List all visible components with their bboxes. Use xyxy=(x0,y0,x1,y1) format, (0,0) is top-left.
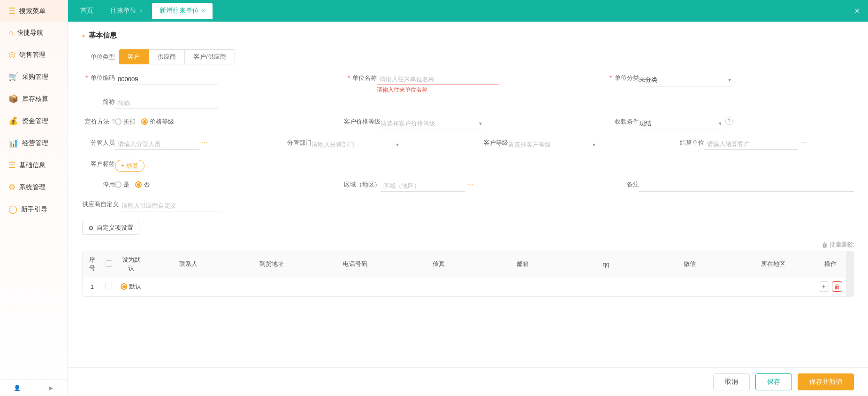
td-checkbox xyxy=(102,277,116,296)
unit-name-input[interactable] xyxy=(377,74,499,85)
row-add-btn[interactable]: + xyxy=(819,281,829,292)
tab-counterparty-close[interactable]: × xyxy=(139,8,143,14)
tab-home[interactable]: 首页 xyxy=(73,3,101,19)
row-address-input[interactable] xyxy=(234,281,310,292)
batch-delete-icon: 🗑 xyxy=(822,241,828,248)
sidebar-item-beginner[interactable]: ◯ 新手引导 xyxy=(0,198,68,220)
sidebar-item-operations[interactable]: 📊 经营管理 xyxy=(0,132,68,154)
sidebar-item-finance[interactable]: 💰 资金管理 xyxy=(0,110,68,132)
payment-terms-chevron: ▾ xyxy=(719,120,722,127)
sidebar-item-system[interactable]: ⚙ 系统管理 xyxy=(0,176,68,198)
pricing-radio-discount[interactable]: 折扣 xyxy=(115,117,136,126)
row-wechat-input[interactable] xyxy=(652,281,728,292)
sidebar-finance-label: 资金管理 xyxy=(22,117,48,125)
region-label: 区域（地区） xyxy=(344,180,381,189)
td-address[interactable] xyxy=(230,277,313,296)
unit-category-select[interactable]: 未分类 ▾ xyxy=(639,74,733,86)
contact-table-inner: 序号 设为默认 联系人 到货地址 电话号码 传真 邮箱 qq xyxy=(83,251,853,296)
manager-row: 分管人员 ··· 分管部门 请输入分管部门 ▾ 客户等级 请选择客户等级 ▾ xyxy=(82,139,854,151)
th-scroll xyxy=(846,251,853,277)
row-email-input[interactable] xyxy=(485,281,561,292)
custom-settings-button[interactable]: ⚙ 自定义项设置 xyxy=(82,221,139,235)
beginner-icon: ◯ xyxy=(8,204,17,214)
disabled-radio-no[interactable]: 否 xyxy=(135,180,150,189)
main: 首页 往来单位 × 新增往来单位 × × ▪ 基本信息 单位类型 客户 xyxy=(68,0,868,396)
department-select[interactable]: 请输入分管部门 ▾ xyxy=(312,139,401,151)
sidebar-item-purchase[interactable]: 🛒 采购管理 xyxy=(0,66,68,88)
region-dots-icon[interactable]: ··· xyxy=(467,180,473,189)
row-region-input[interactable] xyxy=(735,281,811,292)
unit-type-btn-supplier[interactable]: 供应商 xyxy=(149,49,185,64)
sidebar-item-quick-nav[interactable]: ⌂ 快捷导航 xyxy=(0,22,68,44)
save-button[interactable]: 保存 xyxy=(755,373,792,390)
tab-new-counterparty[interactable]: 新增往来单位 × xyxy=(152,3,213,19)
region-input[interactable] xyxy=(381,180,465,192)
row-qq-input[interactable] xyxy=(568,281,644,292)
row-phone-input[interactable] xyxy=(317,281,393,292)
unit-code-input[interactable] xyxy=(115,74,218,85)
sidebar-bottom: 👤 ▶ xyxy=(0,380,68,396)
row-fax-input[interactable] xyxy=(401,281,477,292)
home-icon: ⌂ xyxy=(8,28,13,38)
sidebar-bottom-btn-right[interactable]: ▶ xyxy=(34,380,68,396)
tab-bar-close-all[interactable]: × xyxy=(851,4,863,18)
sidebar-item-sales[interactable]: ◎ 销售管理 xyxy=(0,44,68,66)
customer-price-level-select[interactable]: 请选择客户价格等级 ▾ xyxy=(381,117,484,130)
settlement-unit-group: 结算单位 ··· xyxy=(671,139,854,150)
th-default: 设为默认 xyxy=(116,251,147,277)
unit-type-row: 单位类型 客户 供应商 客户/供应商 xyxy=(82,49,854,64)
payment-terms-select[interactable]: 现结 ▾ xyxy=(639,117,723,130)
sidebar-item-search[interactable]: ☰ 搜索菜单 xyxy=(0,0,68,22)
unit-type-btn-customer[interactable]: 客户 xyxy=(119,49,149,64)
manager-input[interactable] xyxy=(115,139,199,150)
td-scroll xyxy=(846,277,853,296)
unit-type-field: 单位类型 客户 供应商 客户/供应商 xyxy=(82,49,854,64)
customer-price-level-group: 客户价格等级 请选择客户价格等级 ▾ xyxy=(344,117,592,130)
remarks-input[interactable] xyxy=(639,180,854,192)
table-header-checkbox[interactable] xyxy=(106,260,112,267)
row-del-btn[interactable]: 🗑 xyxy=(832,281,842,292)
settlement-unit-input[interactable] xyxy=(704,139,798,150)
td-contact[interactable] xyxy=(146,277,230,296)
unit-type-group: 客户 供应商 客户/供应商 xyxy=(119,49,235,64)
td-phone[interactable] xyxy=(313,277,397,296)
td-email[interactable] xyxy=(481,277,564,296)
unit-category-chevron: ▾ xyxy=(728,77,731,83)
pricing-help-icon: ? xyxy=(112,118,115,125)
td-fax[interactable] xyxy=(397,277,480,296)
sidebar-item-inventory[interactable]: 📦 库存核算 xyxy=(0,88,68,110)
row-checkbox[interactable] xyxy=(106,283,112,289)
cancel-button[interactable]: 取消 xyxy=(713,373,750,390)
sidebar-bottom-btn-left[interactable]: 👤 xyxy=(0,380,34,396)
tab-new-counterparty-close[interactable]: × xyxy=(202,8,205,14)
th-wechat: 微信 xyxy=(648,251,731,277)
save-new-button[interactable]: 保存并新增 xyxy=(798,373,854,390)
td-wechat[interactable] xyxy=(648,277,731,296)
unit-type-btn-both[interactable]: 客户/供应商 xyxy=(185,49,235,64)
add-tag-button[interactable]: + 标签 xyxy=(115,160,145,172)
short-name-input[interactable] xyxy=(115,98,218,109)
inventory-icon: 📦 xyxy=(8,94,18,104)
unit-name-label: * 单位名称 xyxy=(344,74,377,82)
td-region[interactable] xyxy=(731,277,815,296)
pricing-radio-level[interactable]: 价格等级 xyxy=(141,117,174,126)
customer-level-select[interactable]: 请选择客户等级 ▾ xyxy=(508,139,597,151)
manager-dots-icon[interactable]: ··· xyxy=(201,139,207,147)
disabled-radio-group: 是 否 xyxy=(115,180,150,189)
batch-delete-btn[interactable]: 🗑 批量删除 xyxy=(82,241,854,249)
settlement-dots-icon[interactable]: ··· xyxy=(800,139,806,147)
department-label: 分管部门 xyxy=(279,139,312,147)
unit-code-label: * 单位编码 xyxy=(82,74,115,82)
sidebar-item-base-info[interactable]: ☰ 基础信息 xyxy=(0,154,68,176)
payment-terms-group: 收款条件 现结 ▾ ? xyxy=(606,117,854,130)
row-contact-input[interactable] xyxy=(150,281,226,292)
th-checkbox xyxy=(102,251,116,277)
disabled-radio-yes[interactable]: 是 xyxy=(115,180,129,189)
tab-counterparty[interactable]: 往来单位 × xyxy=(103,3,150,19)
default-radio[interactable]: 默认 xyxy=(120,282,143,291)
region-group: 区域（地区） ··· xyxy=(344,180,592,192)
td-default[interactable]: 默认 xyxy=(116,277,147,296)
td-qq[interactable] xyxy=(564,277,648,296)
sidebar-purchase-label: 采购管理 xyxy=(22,73,48,81)
supplier-custom-input[interactable] xyxy=(119,200,222,211)
